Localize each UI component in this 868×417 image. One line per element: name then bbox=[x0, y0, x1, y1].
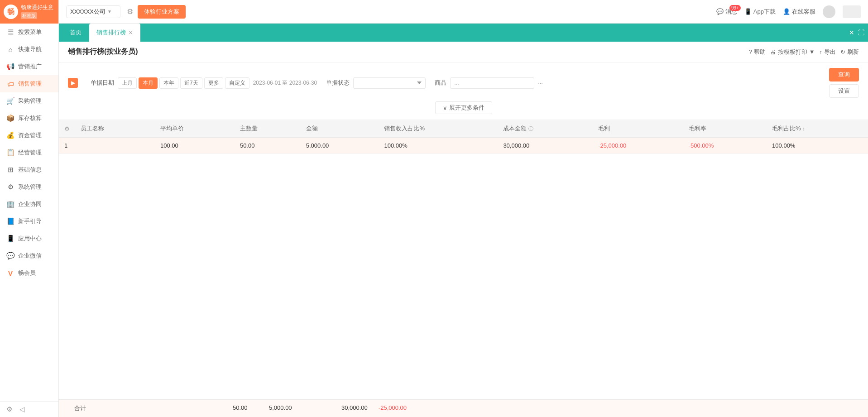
date-btn-last-7-days[interactable]: 近7天 bbox=[180, 77, 202, 89]
app-download-item[interactable]: 📱 App下载 bbox=[744, 8, 776, 16]
quick-nav-icon: ⌂ bbox=[6, 46, 14, 53]
system-icon: ⚙ bbox=[6, 183, 14, 191]
sidebar-item-finance[interactable]: 💰 资金管理 bbox=[0, 127, 58, 144]
sidebar-item-member[interactable]: V 畅会员 bbox=[0, 264, 58, 282]
sidebar: 畅 畅康通好生意 标准版 ☰ 搜索菜单 ⌂ 快捷导航 📢 营销推广 🏷 销售管理… bbox=[0, 0, 59, 417]
help-btn[interactable]: ? 帮助 bbox=[748, 48, 765, 56]
export-label: 导出 bbox=[824, 48, 836, 56]
column-settings-icon[interactable]: ⚙ bbox=[64, 125, 70, 132]
help-icon: ? bbox=[748, 48, 752, 55]
goods-more-icon[interactable]: ··· bbox=[538, 80, 543, 86]
marketing-icon: 📢 bbox=[6, 62, 14, 71]
online-service-label: 在线客服 bbox=[792, 8, 815, 16]
sidebar-item-label: 库存核算 bbox=[18, 114, 42, 122]
app-download-icon: 📱 bbox=[744, 8, 752, 15]
search-order-icon: ☰ bbox=[6, 28, 14, 36]
page-header: 销售排行榜(按业务员) ? 帮助 🖨 按模板打印 ▼ ↑ 导出 ↻ 刷新 bbox=[59, 42, 868, 62]
export-btn[interactable]: ↑ 导出 bbox=[820, 48, 836, 56]
refresh-btn[interactable]: ↻ 刷新 bbox=[840, 48, 859, 56]
status-select[interactable] bbox=[353, 77, 426, 89]
sidebar-item-label: 快捷导航 bbox=[18, 45, 42, 53]
tab-close-icon[interactable]: ✕ bbox=[129, 30, 133, 36]
logo-text: 畅康通好生意 标准版 bbox=[21, 4, 53, 19]
sidebar-item-sales[interactable]: 🏷 销售管理 bbox=[0, 75, 58, 92]
sidebar-item-marketing[interactable]: 📢 营销推广 bbox=[0, 58, 58, 75]
date-btn-more[interactable]: 更多 bbox=[204, 77, 223, 89]
settings-bottom-icon[interactable]: ⚙ bbox=[6, 405, 12, 413]
sidebar-item-enterprise[interactable]: 🏢 企业协同 bbox=[0, 196, 58, 213]
th-main-qty: 主数量 bbox=[235, 120, 301, 138]
td-total-amount: 5,000.00 bbox=[301, 138, 379, 154]
inventory-icon: 📦 bbox=[6, 114, 14, 122]
td-index: 1 bbox=[59, 138, 75, 154]
logo-line2: 标准版 bbox=[21, 12, 37, 19]
sidebar-item-inventory[interactable]: 📦 库存核算 bbox=[0, 110, 58, 127]
goods-input[interactable] bbox=[450, 77, 534, 89]
goods-filter-group: 商品 ··· bbox=[435, 77, 543, 89]
table-row: 1 100.00 50.00 5,000.00 100.00% 30,000.0… bbox=[59, 138, 868, 154]
date-btn-last-month[interactable]: 上月 bbox=[118, 77, 137, 89]
th-employee: 员工名称 bbox=[75, 120, 155, 138]
sidebar-item-operations[interactable]: 📋 经营管理 bbox=[0, 144, 58, 161]
sidebar-item-label: 采购管理 bbox=[18, 97, 42, 105]
sales-icon: 🏷 bbox=[6, 80, 14, 88]
app-center-icon: 📱 bbox=[6, 235, 14, 243]
td-gross-profit: -25,000.00 bbox=[593, 138, 683, 154]
footer-total-label: 合计 bbox=[74, 405, 86, 412]
setting-button[interactable]: 设置 bbox=[829, 84, 859, 98]
company-chevron-icon: ▼ bbox=[107, 9, 112, 14]
td-gross-rate: -500.00% bbox=[683, 138, 767, 154]
sidebar-item-label: 经营管理 bbox=[18, 149, 42, 157]
td-gross-pct: 100.00% bbox=[767, 138, 868, 154]
date-filter-group: 单据日期 上月 本月 本年 近7天 更多 自定义 2023-06-01 至 20… bbox=[91, 77, 317, 89]
table-body: 1 100.00 50.00 5,000.00 100.00% 30,000.0… bbox=[59, 138, 868, 154]
td-employee bbox=[75, 138, 155, 154]
status-filter-group: 单据状态 bbox=[326, 77, 426, 89]
footer-sales-pct bbox=[300, 404, 336, 412]
filter-row-1: ▶ 单据日期 上月 本月 本年 近7天 更多 自定义 2023-06-01 至 … bbox=[68, 68, 859, 98]
sidebar-item-search-order[interactable]: ☰ 搜索菜单 bbox=[0, 24, 58, 41]
date-btn-current-year[interactable]: 本年 bbox=[159, 77, 178, 89]
sidebar-item-app-center[interactable]: 📱 应用中心 bbox=[0, 230, 58, 247]
logo-icon: 畅 bbox=[4, 5, 18, 19]
date-filter-label: 单据日期 bbox=[91, 79, 114, 87]
template-print-btn[interactable]: 🖨 按模板打印 ▼ bbox=[770, 48, 815, 56]
maximize-icon[interactable]: ⛶ bbox=[858, 29, 864, 36]
user-avatar[interactable] bbox=[823, 5, 835, 18]
table-header: ⚙ 员工名称 平均单价 主数量 全额 销售收入占比% 成本全额 ⓘ 毛利 毛利率 bbox=[59, 120, 868, 138]
app-download-label: App下载 bbox=[753, 8, 776, 16]
sidebar-item-purchase[interactable]: 🛒 采购管理 bbox=[0, 92, 58, 110]
page-content: 销售排行榜(按业务员) ? 帮助 🖨 按模板打印 ▼ ↑ 导出 ↻ 刷新 bbox=[59, 42, 868, 417]
collapse-sidebar-icon[interactable]: ◁ bbox=[19, 405, 25, 413]
company-name: XXXXXX公司 bbox=[70, 8, 106, 16]
topbar-settings-icon[interactable]: ⚙ bbox=[127, 7, 133, 16]
date-btn-custom[interactable]: 自定义 bbox=[225, 77, 249, 89]
search-button[interactable]: 查询 bbox=[829, 68, 859, 81]
expand-conditions-button[interactable]: ∨ 展开更多条件 bbox=[435, 101, 492, 114]
online-service-item[interactable]: 👤 在线客服 bbox=[783, 8, 815, 16]
footer-gross-profit: -25,000.00 bbox=[373, 404, 412, 412]
table-header-row: ⚙ 员工名称 平均单价 主数量 全额 销售收入占比% 成本全额 ⓘ 毛利 毛利率 bbox=[59, 120, 868, 138]
sidebar-item-system[interactable]: ⚙ 系统管理 bbox=[0, 178, 58, 196]
sidebar-logo: 畅 畅康通好生意 标准版 bbox=[0, 0, 58, 24]
td-avg-price: 100.00 bbox=[155, 138, 235, 154]
page-title: 销售排行榜(按业务员) bbox=[68, 47, 138, 57]
filter-toggle-icon[interactable]: ▶ bbox=[68, 78, 78, 88]
th-avg-price: 平均单价 bbox=[155, 120, 235, 138]
close-window-icon[interactable]: ✕ bbox=[849, 29, 854, 36]
footer-total-amount: 5,000.00 bbox=[264, 404, 300, 412]
sidebar-item-beginner[interactable]: 📘 新手引导 bbox=[0, 213, 58, 230]
trial-button[interactable]: 体验行业方案 bbox=[138, 5, 186, 19]
sidebar-item-enterprise-wechat[interactable]: 💬 企业微信 bbox=[0, 247, 58, 264]
sidebar-item-label: 搜索菜单 bbox=[18, 28, 42, 36]
th-gross-pct: 毛利占比% ↕ bbox=[767, 120, 868, 138]
date-btn-current-month[interactable]: 本月 bbox=[139, 77, 158, 89]
sidebar-item-label: 企业微信 bbox=[18, 252, 42, 260]
tab-sales-ranking[interactable]: 销售排行榜 ✕ bbox=[89, 24, 140, 42]
company-selector[interactable]: XXXXXX公司 ▼ bbox=[66, 5, 120, 18]
footer-avg-price bbox=[191, 404, 227, 412]
sidebar-item-basic-info[interactable]: ⊞ 基础信息 bbox=[0, 161, 58, 178]
sidebar-item-quick-nav[interactable]: ⌂ 快捷导航 bbox=[0, 41, 58, 58]
notification-item[interactable]: 💬 消息 99+ bbox=[716, 8, 737, 16]
tab-home[interactable]: 首页 bbox=[62, 24, 89, 42]
